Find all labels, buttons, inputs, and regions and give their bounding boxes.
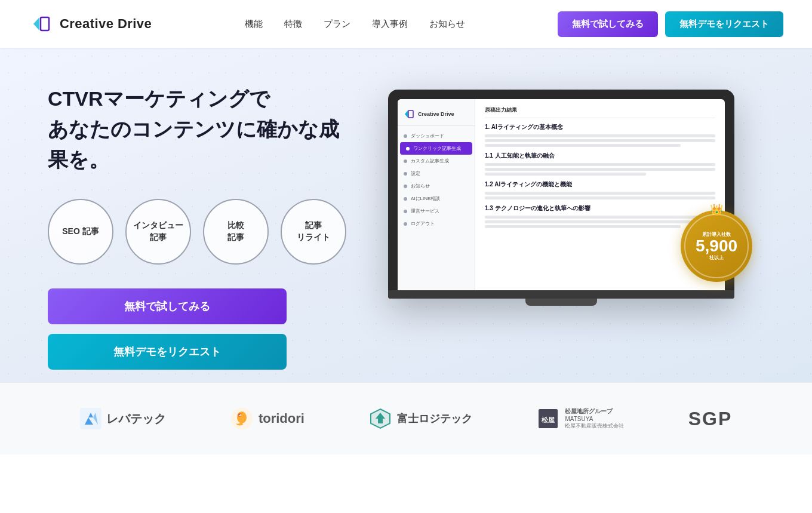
app-sidebar: Creative Drive ダッシュボード ワンクリック記事生成 カ xyxy=(398,99,475,290)
text-line xyxy=(485,192,715,195)
badge-crown-icon: 👑 xyxy=(710,203,723,216)
svg-point-8 xyxy=(239,414,240,415)
svg-point-5 xyxy=(237,411,247,423)
text-line xyxy=(485,144,681,147)
app-content-title: 原稿出力結果 xyxy=(485,106,715,118)
svg-text:松屋: 松屋 xyxy=(541,416,555,423)
svg-point-7 xyxy=(239,414,241,416)
hero-left: CTVRマーケティングで あなたのコンテンツに確かな成果を。 SEO 記事 イン… xyxy=(48,84,358,370)
company-count-badge: 👑 累計導入社数 5,900 社以上 xyxy=(681,210,752,282)
fujilogistic-text: 富士ロジテック xyxy=(397,411,472,426)
nav-features[interactable]: 機能 xyxy=(245,19,263,30)
nav-cases[interactable]: 導入事例 xyxy=(372,19,408,30)
partner-fujilogistic: 富士ロジテック xyxy=(368,407,472,431)
svg-rect-2 xyxy=(408,110,413,118)
hero-right: Creative Drive ダッシュボード ワンクリック記事生成 カ xyxy=(358,84,764,306)
matsuya-icon: 松屋 xyxy=(536,407,560,431)
logo-text: Creative Drive xyxy=(60,16,152,32)
logo-icon xyxy=(29,11,54,36)
header-trial-button[interactable]: 無料で試してみる xyxy=(558,11,658,37)
app-menu-news[interactable]: お知らせ xyxy=(398,180,475,192)
text-line xyxy=(485,139,715,142)
circle-comparison[interactable]: 比較記事 xyxy=(203,199,269,265)
text-line xyxy=(485,173,646,176)
partner-levatech: レバテック xyxy=(80,408,166,429)
fujilogistic-icon xyxy=(368,407,392,431)
partner-toridori: toridori xyxy=(230,407,304,431)
app-logo-icon xyxy=(404,109,414,119)
partner-logos-section: レバテック toridori 富士ロジテック xyxy=(0,382,812,454)
app-menu-oneclick[interactable]: ワンクリック記事生成 xyxy=(400,142,472,155)
bottom-whitespace xyxy=(0,454,812,513)
circle-rewrite[interactable]: 記事リライト xyxy=(281,199,346,265)
badge-top-text: 累計導入社数 xyxy=(702,231,731,238)
badge-bottom-text: 社以上 xyxy=(709,254,724,261)
toridori-text: toridori xyxy=(259,411,304,426)
levatech-text: レバテック xyxy=(106,411,166,427)
text-line xyxy=(485,225,681,228)
app-menu-logout[interactable]: ログアウト xyxy=(398,217,475,230)
text-line xyxy=(485,168,715,171)
toridori-icon xyxy=(230,407,254,431)
header: Creative Drive 機能 特徴 プラン 導入事例 お知らせ 無料で試し… xyxy=(0,0,812,48)
app-section-1-1: 1.1 人工知能と執筆の融合 xyxy=(485,152,715,160)
hero-title: CTVRマーケティングで あなたのコンテンツに確かな成果を。 xyxy=(48,84,358,175)
header-demo-button[interactable]: 無料デモをリクエスト xyxy=(665,11,783,37)
laptop-screen: Creative Drive ダッシュボード ワンクリック記事生成 カ xyxy=(398,99,725,290)
app-menu-line[interactable]: AIにLINE相談 xyxy=(398,192,475,205)
text-line xyxy=(485,196,715,199)
hero-demo-button[interactable]: 無料デモをリクエスト xyxy=(48,334,287,370)
badge-number: 5,900 xyxy=(696,238,737,254)
main-nav: 機能 特徴 プラン 導入事例 お知らせ xyxy=(245,19,465,30)
text-line xyxy=(485,134,715,137)
laptop-mockup: Creative Drive ダッシュボード ワンクリック記事生成 カ xyxy=(388,90,734,306)
hero-section: CTVRマーケティングで あなたのコンテンツに確かな成果を。 SEO 記事 イン… xyxy=(0,48,812,382)
app-menu-service[interactable]: 運営サービス xyxy=(398,205,475,217)
circle-seo[interactable]: SEO 記事 xyxy=(48,199,113,265)
circle-interview[interactable]: インタビュー記事 xyxy=(125,199,191,265)
app-section-1-2: 1.2 AIライティングの機能と機能 xyxy=(485,180,715,189)
header-buttons: 無料で試してみる 無料デモをリクエスト xyxy=(558,11,783,37)
matsuya-text-block: 松屋地所グループ MATSUYA 松屋不動産販売株式会社 xyxy=(565,407,624,430)
laptop-base xyxy=(388,290,734,299)
hero-circles: SEO 記事 インタビュー記事 比較記事 記事リライト xyxy=(48,199,358,265)
logo-link[interactable]: Creative Drive xyxy=(29,11,152,36)
nav-plans[interactable]: プラン xyxy=(324,19,350,30)
sgp-text: SGP xyxy=(688,408,733,430)
partner-sgp: SGP xyxy=(688,408,733,430)
laptop-stand xyxy=(525,299,597,306)
app-menu-custom[interactable]: カスタム記事生成 xyxy=(398,155,475,167)
app-menu-settings[interactable]: 設定 xyxy=(398,167,475,180)
app-section-1: 1. AIライティングの基本概念 xyxy=(485,123,715,131)
text-line xyxy=(485,163,715,166)
badge-circle: 👑 累計導入社数 5,900 社以上 xyxy=(681,210,752,282)
partner-matsuya: 松屋 松屋地所グループ MATSUYA 松屋不動産販売株式会社 xyxy=(536,407,624,431)
app-logo-text: Creative Drive xyxy=(418,111,454,117)
hero-trial-button[interactable]: 無料で試してみる xyxy=(48,288,287,324)
app-logo-bar: Creative Drive xyxy=(398,105,475,126)
nav-highlights[interactable]: 特徴 xyxy=(284,19,302,30)
app-menu-dashboard[interactable]: ダッシュボード xyxy=(398,130,475,142)
levatech-icon xyxy=(80,408,102,429)
svg-rect-3 xyxy=(80,408,102,429)
nav-news[interactable]: お知らせ xyxy=(429,19,465,30)
